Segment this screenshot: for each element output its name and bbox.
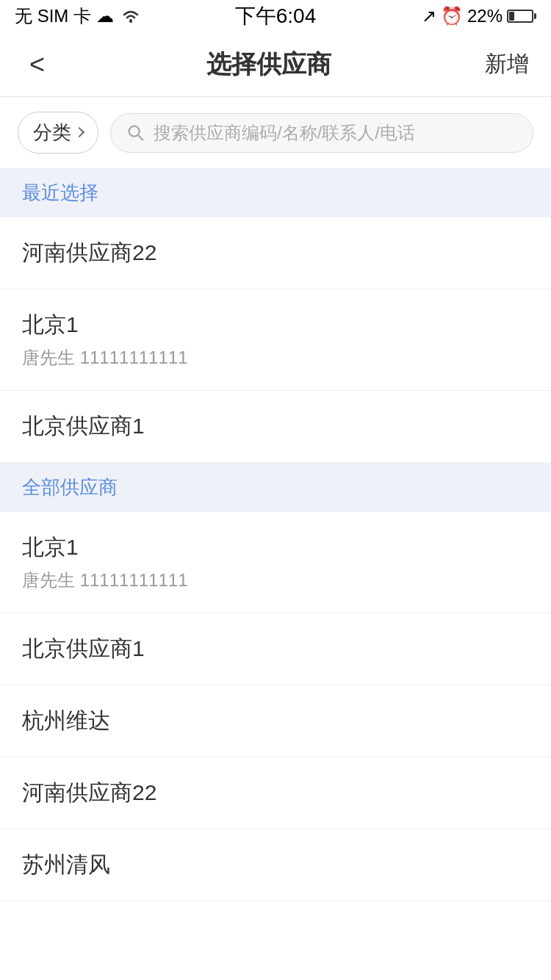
search-placeholder: 搜索供应商编码/名称/联系人/电话 — [154, 121, 415, 145]
list-item[interactable]: 北京1 唐先生 11111111111 — [0, 289, 551, 391]
list-item[interactable]: 北京1 唐先生 11111111111 — [0, 512, 551, 613]
all-list: 北京1 唐先生 11111111111 北京供应商1 杭州维达 河南供应商22 … — [0, 512, 551, 901]
location-icon: ↗ — [422, 6, 436, 26]
chevron-right-icon — [74, 126, 84, 137]
svg-line-2 — [138, 134, 143, 139]
list-item[interactable]: 杭州维达 — [0, 685, 551, 757]
all-section-header: 全部供应商 — [0, 463, 551, 512]
battery-percent: 22% — [467, 6, 503, 26]
no-sim-label: 无 SIM 卡 ☁ — [15, 4, 114, 28]
item-name: 北京1 — [22, 533, 529, 563]
recent-list: 河南供应商22 北京1 唐先生 11111111111 北京供应商1 — [0, 217, 551, 463]
filter-bar: 分类 搜索供应商编码/名称/联系人/电话 — [0, 97, 551, 168]
page-title: 选择供应商 — [206, 48, 331, 82]
status-time: 下午6:04 — [235, 2, 317, 30]
nav-bar: < 选择供应商 新增 — [0, 32, 551, 97]
list-item[interactable]: 河南供应商22 — [0, 757, 551, 829]
status-bar: 无 SIM 卡 ☁ 下午6:04 ↗ ⏰ 22% — [0, 0, 551, 32]
alarm-icon: ⏰ — [441, 6, 463, 26]
list-item[interactable]: 北京供应商1 — [0, 391, 551, 463]
item-name: 苏州清风 — [22, 850, 529, 880]
wifi-icon — [120, 8, 142, 24]
item-name: 杭州维达 — [22, 706, 529, 736]
item-name: 北京供应商1 — [22, 634, 529, 664]
all-label: 全部供应商 — [22, 476, 118, 498]
list-item[interactable]: 苏州清风 — [0, 829, 551, 901]
status-right: ↗ ⏰ 22% — [422, 6, 536, 26]
add-button[interactable]: 新增 — [485, 49, 529, 79]
battery-icon — [507, 10, 536, 23]
recent-label: 最近选择 — [22, 181, 98, 203]
item-sub: 唐先生 11111111111 — [22, 569, 529, 592]
status-left: 无 SIM 卡 ☁ — [15, 4, 142, 28]
item-name: 河南供应商22 — [22, 778, 529, 808]
category-button[interactable]: 分类 — [18, 112, 98, 154]
list-item[interactable]: 河南供应商22 — [0, 217, 551, 289]
svg-point-0 — [129, 20, 132, 23]
item-name: 北京供应商1 — [22, 411, 529, 442]
search-icon — [126, 123, 146, 143]
item-sub: 唐先生 11111111111 — [22, 346, 529, 370]
back-button[interactable]: < — [22, 42, 52, 87]
recent-section-header: 最近选择 — [0, 168, 551, 217]
item-name: 河南供应商22 — [22, 238, 529, 268]
search-box[interactable]: 搜索供应商编码/名称/联系人/电话 — [110, 113, 533, 153]
item-name: 北京1 — [22, 310, 529, 340]
list-item[interactable]: 北京供应商1 — [0, 613, 551, 685]
category-label: 分类 — [33, 120, 71, 145]
